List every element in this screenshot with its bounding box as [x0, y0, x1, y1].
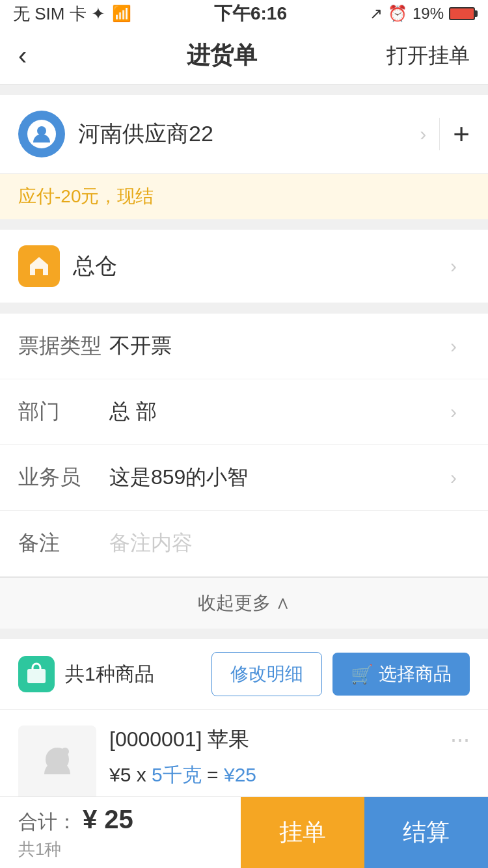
supplier-row[interactable]: 河南供应商22 › + — [0, 95, 488, 174]
equals-sign: = — [207, 764, 224, 785]
quantity: 5千克 — [152, 764, 202, 785]
select-product-button[interactable]: 🛒 选择商品 — [332, 653, 470, 696]
invoice-type-value: 不开票 — [109, 332, 450, 360]
nav-bar: ‹ 进货单 打开挂单 — [0, 27, 488, 85]
battery-icon — [449, 7, 475, 20]
remark-label: 备注 — [18, 529, 109, 558]
status-bar: 无 SIM 卡 ✦ 📶 下午6:16 ↗ ⏰ 19% — [0, 0, 488, 27]
unit-price: ¥5 — [109, 764, 131, 785]
product-more-button[interactable]: ··· — [444, 726, 470, 753]
department-value: 总 部 — [109, 398, 450, 426]
svg-point-4 — [61, 748, 69, 755]
total-section: 合计： ¥ 25 共1种 — [0, 805, 241, 861]
location-icon: ↗ — [370, 5, 383, 23]
wifi-icon: 📶 — [112, 5, 131, 23]
department-row[interactable]: 部门 总 部 › — [0, 379, 488, 444]
invoice-type-label: 票据类型 — [18, 332, 109, 360]
product-name: [0000001] 苹果 — [109, 726, 431, 754]
supplier-section: 河南供应商22 › + 应付-20元，现结 — [0, 95, 488, 219]
gap-3 — [0, 303, 488, 313]
remark-row[interactable]: 备注 备注内容 — [0, 510, 488, 576]
avatar — [18, 111, 65, 157]
cart-icon: 🛒 — [351, 664, 373, 685]
product-title: 苹果 — [208, 727, 249, 751]
warehouse-section[interactable]: 总仓 › — [0, 230, 488, 303]
gap-1 — [0, 85, 488, 95]
invoice-type-chevron-icon: › — [450, 335, 457, 357]
warehouse-row[interactable]: 总仓 › — [0, 230, 488, 303]
svg-point-0 — [37, 126, 46, 135]
total-label: 合计： — [18, 811, 77, 832]
battery-percent: 19% — [413, 5, 444, 23]
add-supplier-button[interactable]: + — [439, 118, 470, 150]
warehouse-chevron-icon: › — [450, 255, 457, 277]
svg-rect-1 — [35, 269, 43, 275]
open-hang-button[interactable]: 打开挂单 — [386, 42, 470, 70]
status-time: 下午6:16 — [214, 1, 287, 26]
remark-placeholder[interactable]: 备注内容 — [109, 529, 470, 558]
invoice-type-row[interactable]: 票据类型 不开票 › — [0, 313, 488, 379]
warehouse-icon — [18, 245, 60, 287]
product-info: [0000001] 苹果 ¥5 x 5千克 = ¥25 — [109, 726, 431, 789]
notice-bar: 应付-20元，现结 — [0, 174, 488, 219]
bottom-bar: 合计： ¥ 25 共1种 挂单 结算 — [0, 796, 488, 868]
salesperson-label: 业务员 — [18, 463, 109, 492]
product-thumbnail — [18, 726, 96, 804]
department-label: 部门 — [18, 398, 109, 426]
product-code: [0000001] — [109, 727, 202, 751]
alarm-icon: ⏰ — [388, 5, 407, 23]
form-section: 票据类型 不开票 › 部门 总 部 › 业务员 这是859的小智 › 备注 备注… — [0, 313, 488, 576]
salesperson-chevron-icon: › — [450, 467, 457, 489]
subtotal: ¥25 — [224, 764, 256, 785]
warehouse-name: 总仓 — [73, 251, 450, 281]
multiply-sign: x — [137, 764, 152, 785]
page-title: 进货单 — [187, 40, 257, 72]
department-chevron-icon: › — [450, 401, 457, 423]
sim-label: 无 SIM 卡 ✦ — [13, 3, 105, 25]
total-count: 共1种 — [18, 838, 223, 861]
edit-detail-button[interactable]: 修改明细 — [211, 652, 322, 696]
product-count-icon — [18, 656, 55, 692]
select-product-label: 选择商品 — [379, 662, 452, 686]
product-count-label: 共1种商品 — [65, 661, 201, 688]
salesperson-value: 这是859的小智 — [109, 463, 450, 492]
total-line: 合计： ¥ 25 — [18, 805, 223, 835]
gap-4 — [0, 629, 488, 639]
hang-button[interactable]: 挂单 — [241, 797, 364, 869]
gap-2 — [0, 219, 488, 230]
chevron-right-icon: › — [420, 123, 426, 145]
collapse-bar[interactable]: 收起更多 ∧ — [0, 577, 488, 629]
product-price: ¥5 x 5千克 = ¥25 — [109, 762, 431, 789]
back-button[interactable]: ‹ — [18, 41, 57, 70]
avatar-icon — [27, 120, 56, 148]
salesperson-row[interactable]: 业务员 这是859的小智 › — [0, 444, 488, 510]
svg-rect-2 — [27, 669, 46, 683]
supplier-name: 河南供应商22 — [78, 119, 420, 149]
checkout-button[interactable]: 结算 — [364, 797, 488, 869]
status-left: 无 SIM 卡 ✦ 📶 — [13, 3, 131, 25]
total-amount: ¥ 25 — [83, 805, 133, 834]
product-header: 共1种商品 修改明细 🛒 选择商品 — [0, 639, 488, 709]
status-right: ↗ ⏰ 19% — [370, 5, 475, 23]
